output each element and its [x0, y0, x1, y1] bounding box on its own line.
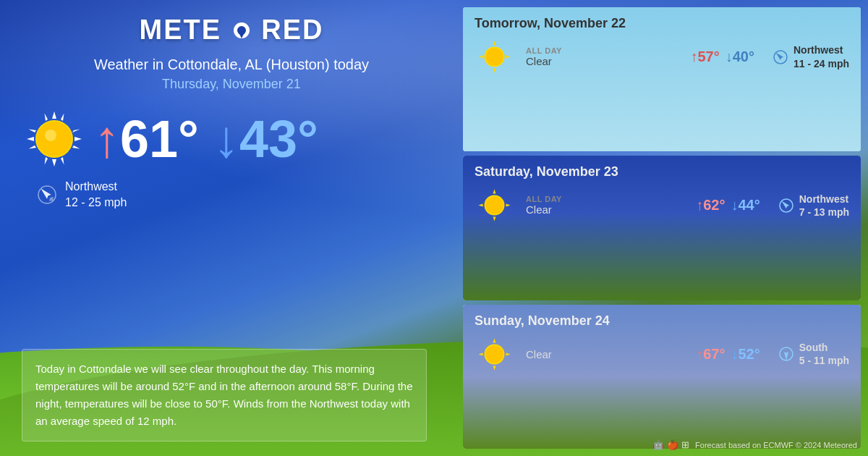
svg-marker-44: [493, 338, 496, 342]
svg-marker-45: [503, 343, 506, 347]
svg-marker-50: [479, 352, 483, 355]
svg-marker-37: [493, 217, 496, 221]
temperatures: ↑61° ↓43°: [94, 113, 318, 165]
forecast-card-2: Saturday, November 23: [463, 156, 861, 300]
svg-marker-48: [493, 366, 496, 370]
apple-icon: 🍎: [667, 439, 678, 450]
svg-marker-27: [483, 65, 487, 69]
svg-marker-5: [69, 153, 74, 159]
footer-icons: 🤖 🍎 ⊞: [652, 439, 689, 450]
svg-marker-28: [479, 56, 483, 59]
footer: 🤖 🍎 ⊞ Forecast based on ECMWF © 2024 Met…: [652, 439, 857, 450]
svg-marker-51: [483, 343, 487, 347]
svg-marker-38: [483, 214, 487, 217]
svg-marker-3: [69, 119, 74, 124]
wind-direction-icon: [36, 184, 58, 206]
svg-marker-13: [61, 157, 64, 164]
forecast-card-1: Tomorrow, November 22: [463, 7, 861, 151]
location-title: Weather in Cottondale, AL (Houston) toda…: [22, 56, 441, 73]
svg-point-53: [486, 345, 503, 363]
temp-low: ↓43°: [213, 113, 318, 165]
svg-marker-26: [493, 69, 496, 73]
wind-icon-1: [772, 48, 789, 66]
svg-marker-24: [506, 56, 511, 59]
wind-icon-3: [778, 345, 795, 363]
svg-marker-8: [27, 137, 34, 141]
forecast-sun-3: [475, 334, 514, 374]
svg-point-42: [486, 197, 503, 214]
forecast-temps-1: ↑57° ↓40°: [690, 48, 754, 65]
description-box: Today in Cottondale we will see clear th…: [22, 349, 427, 442]
svg-marker-15: [29, 145, 36, 149]
wind-icon-2: [778, 197, 795, 214]
svg-marker-25: [503, 65, 506, 69]
left-panel: METE RED Weather in Cottondale, AL (Hous…: [0, 0, 463, 456]
current-date: Thursday, November 21: [22, 77, 441, 92]
svg-marker-2: [52, 111, 56, 119]
svg-marker-36: [503, 214, 506, 217]
forecast-temps-3: ↑67° ↓52°: [696, 346, 760, 363]
svg-marker-34: [503, 194, 506, 198]
svg-marker-29: [483, 46, 487, 49]
svg-marker-35: [506, 204, 511, 207]
svg-marker-33: [493, 190, 496, 194]
svg-marker-46: [506, 352, 511, 355]
wind-dir-text-1: Northwest 11 - 24 mph: [793, 43, 849, 69]
forecast-sun-1: [475, 37, 514, 77]
android-icon: 🤖: [652, 439, 664, 450]
svg-marker-9: [35, 119, 40, 124]
svg-marker-16: [29, 130, 36, 133]
forecast-wind-3: South 5 - 11 mph: [778, 341, 849, 367]
svg-marker-23: [503, 46, 506, 49]
forecast-day-1: Tomorrow, November 22: [475, 16, 849, 31]
svg-marker-17: [45, 114, 48, 121]
svg-marker-49: [483, 362, 487, 366]
footer-text: Forecast based on ECMWF © 2024 Meteored: [695, 441, 857, 449]
svg-marker-11: [72, 130, 80, 133]
temp-high: ↑61°: [94, 113, 199, 165]
svg-marker-39: [479, 204, 483, 207]
svg-point-31: [486, 48, 503, 66]
windows-icon: ⊞: [681, 439, 689, 450]
forecast-wind-1: Northwest 11 - 24 mph: [772, 43, 849, 69]
wind-text: Northwest 12 - 25 mph: [65, 179, 127, 211]
svg-point-20: [45, 130, 56, 141]
svg-marker-40: [483, 194, 487, 198]
forecast-condition-2: ALL DAY Clear: [526, 195, 684, 216]
svg-marker-14: [45, 157, 48, 164]
wind-dir-text-3: South 5 - 11 mph: [799, 341, 849, 367]
forecast-day-3: Sunday, November 24: [475, 313, 849, 329]
forecast-card-3: Sunday, November 24: [463, 305, 861, 449]
wind-dir-text-2: Northwest 7 - 13 mph: [799, 193, 849, 219]
right-panel: Tomorrow, November 22: [463, 0, 868, 456]
forecast-temps-2: ↑62° ↓44°: [696, 197, 760, 214]
sun-icon: [22, 106, 87, 172]
svg-marker-4: [75, 137, 82, 141]
svg-marker-22: [493, 41, 496, 46]
logo: METE RED: [22, 14, 441, 46]
svg-point-1: [237, 26, 246, 35]
svg-marker-10: [61, 114, 64, 121]
forecast-condition-1: ALL DAY Clear: [526, 46, 678, 67]
forecast-condition-3: Clear: [526, 348, 684, 360]
svg-marker-47: [503, 362, 506, 366]
wind-info: Northwest 12 - 25 mph: [36, 179, 441, 211]
current-weather: ↑61° ↓43°: [22, 106, 441, 172]
svg-marker-7: [35, 153, 40, 159]
forecast-day-2: Saturday, November 23: [475, 164, 849, 180]
svg-marker-12: [72, 145, 80, 149]
svg-marker-6: [52, 159, 56, 166]
forecast-sun-2: [475, 185, 514, 225]
forecast-wind-2: Northwest 7 - 13 mph: [778, 193, 849, 219]
